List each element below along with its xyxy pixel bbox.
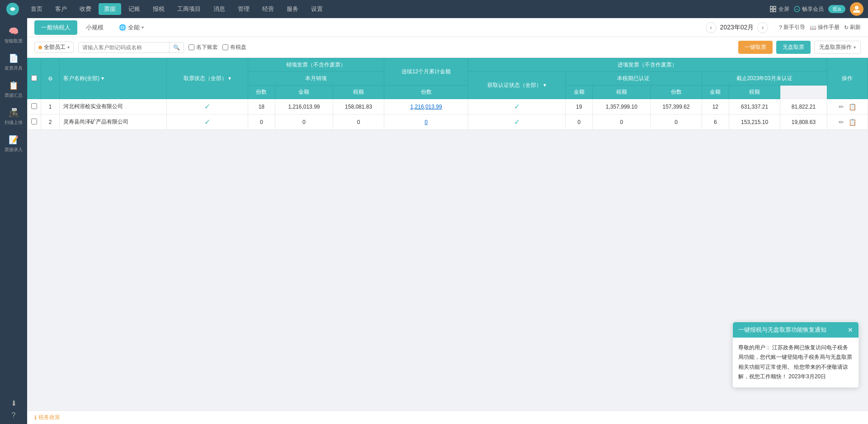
nav-settings[interactable]: 设置 xyxy=(306,3,328,15)
row-u-amount-1: 153,215.10 xyxy=(729,114,780,130)
nav-invoice[interactable]: 票据 xyxy=(99,3,121,15)
th-ops: 操作 xyxy=(827,58,868,99)
row-s-12m-1[interactable]: 0 xyxy=(384,114,468,130)
th-p-tax: 税额 xyxy=(593,86,651,99)
checkbox-taxdisk-input[interactable] xyxy=(222,44,228,50)
user-avatar[interactable] xyxy=(850,2,863,16)
wupan-ops-arrow: ▾ xyxy=(854,45,856,50)
sidebar-bottom: ⬇ ? xyxy=(11,399,17,419)
checkbox-account-input[interactable] xyxy=(189,44,194,50)
row-edit-icon-1[interactable]: ✏ xyxy=(839,119,844,126)
row-edit-icon-0[interactable]: ✏ xyxy=(839,103,844,110)
sidebar-label-invoice-summary: 票据汇总 xyxy=(5,92,23,99)
yijian-quepiao-btn[interactable]: 一键取票 xyxy=(738,41,773,54)
member-btn[interactable]: 畅享会员 xyxy=(794,5,824,13)
row-status-0: ✓ xyxy=(166,99,248,114)
search-button[interactable]: 🔍 xyxy=(169,43,184,52)
new-guide-btn[interactable]: ? 新手引导 xyxy=(779,24,805,31)
nav-operation[interactable]: 经营 xyxy=(257,3,279,15)
nav-manage[interactable]: 管理 xyxy=(232,3,255,15)
employee-select[interactable]: 全部员工 ▾ xyxy=(34,42,74,53)
month-prev-btn[interactable]: ‹ xyxy=(706,22,717,33)
row-s-tax-1: 0 xyxy=(333,114,384,130)
nav-bookkeeping[interactable]: 记账 xyxy=(123,3,146,15)
row-customer-0[interactable]: 河北柯溶桧实业有限公司 xyxy=(60,99,167,114)
row-detail-icon-0[interactable]: 📋 xyxy=(849,103,856,110)
row-s-12m-0[interactable]: 1,216,013.99 xyxy=(384,99,468,114)
tab-all[interactable]: 🌐 全能 ▾ xyxy=(112,20,151,35)
sidebar-item-smart-ticket[interactable]: 🧠 智能取票 xyxy=(1,23,26,48)
popup-close-btn[interactable]: ✕ xyxy=(848,326,853,333)
nav-home[interactable]: 首页 xyxy=(25,3,48,15)
month-nav: ‹ 2023年02月 › xyxy=(706,22,769,33)
invoice-entry-icon: 📝 xyxy=(9,135,19,145)
nav-customer[interactable]: 客户 xyxy=(50,3,72,15)
month-next-btn[interactable]: › xyxy=(757,22,768,33)
sidebar-label-scan-upload: 扫描上传 xyxy=(5,119,23,126)
tab-bar: 一般纳税人 小规模 🌐 全能 ▾ ‹ 2023年02月 › ? 新手引导 📖 操 xyxy=(27,18,868,37)
row-idx-0: 1 xyxy=(41,99,60,114)
nav-tax[interactable]: 报税 xyxy=(147,3,170,15)
sidebar-item-scan-upload[interactable]: 📠 扫描上传 xyxy=(1,104,26,129)
th-status: 取票状态（全部） ▾ xyxy=(166,58,248,99)
th-s-tax: 税额 xyxy=(333,86,384,99)
nav-service[interactable]: 服务 xyxy=(281,3,304,15)
search-box: 🔍 xyxy=(78,42,184,53)
row-checkbox-1[interactable] xyxy=(28,114,41,130)
nav-business[interactable]: 工商项目 xyxy=(172,3,206,15)
th-u-tax: 税额 xyxy=(729,86,780,99)
manual-btn[interactable]: 📖 操作手册 xyxy=(810,24,840,31)
row-customer-1[interactable]: 灵寿县尚泽矿产品有限公司 xyxy=(60,114,167,130)
th-auth-filter[interactable]: ▾ xyxy=(543,82,546,88)
th-status-filter[interactable]: ▾ xyxy=(228,75,231,81)
select-all-checkbox[interactable] xyxy=(31,75,37,81)
checkbox-account[interactable]: 名下账套 xyxy=(189,43,218,51)
row-u-tax-0: 81,822.21 xyxy=(780,99,827,114)
checkbox-taxdisk-label: 有税盘 xyxy=(230,43,246,51)
th-settings: ⚙ xyxy=(41,58,60,99)
row-p-amount-1: 0 xyxy=(593,114,651,130)
sidebar: 🧠 智能取票 📄 发票开具 📋 票据汇总 📠 扫描上传 📝 票据录入 ⬇ ? xyxy=(0,18,27,424)
sidebar-download-icon[interactable]: ⬇ xyxy=(11,399,17,408)
tea-button[interactable]: tEa xyxy=(828,5,845,13)
th-auth-status: 获取认证状态（全部） ▾ xyxy=(468,72,565,99)
table-container: ⚙ 客户名称(全部) ▾ 取票状态（全部） ▾ 销项发票（不含作废票） 连续12… xyxy=(27,58,868,130)
nav-message[interactable]: 消息 xyxy=(208,3,231,15)
tab-general-taxpayer[interactable]: 一般纳税人 xyxy=(34,20,77,35)
status-text[interactable]: 税务政策 xyxy=(38,414,60,421)
row-detail-icon-1[interactable]: 📋 xyxy=(849,119,856,126)
search-input[interactable] xyxy=(79,43,169,52)
nav-fee[interactable]: 收费 xyxy=(74,3,97,15)
sidebar-label-smart-ticket: 智能取票 xyxy=(5,38,23,44)
fullscreen-btn[interactable]: 全屏 xyxy=(770,5,789,13)
row-auth-status-0: ✓ xyxy=(468,99,565,114)
sidebar-item-invoice-open[interactable]: 📄 发票开具 xyxy=(1,50,26,75)
th-s-count: 份数 xyxy=(248,86,275,99)
fullscreen-label: 全屏 xyxy=(778,6,789,12)
refresh-icon: ↻ xyxy=(844,24,849,31)
th-purchase-period: 本税期已认证 xyxy=(566,72,702,86)
row-p-tax-0: 157,399.62 xyxy=(651,99,702,114)
sidebar-label-invoice-entry: 票据录入 xyxy=(5,147,23,153)
manual-icon: 📖 xyxy=(810,24,816,31)
sidebar-help-icon[interactable]: ? xyxy=(12,411,16,419)
scan-upload-icon: 📠 xyxy=(9,108,19,118)
refresh-btn[interactable]: ↻ 刷新 xyxy=(844,24,861,31)
tab-small-scale[interactable]: 小规模 xyxy=(79,20,110,35)
row-u-count-0: 12 xyxy=(702,99,729,114)
wupan-ops-btn[interactable]: 无盘取票操作 ▾ xyxy=(814,41,861,54)
manual-label: 操作手册 xyxy=(818,24,840,31)
th-customer-filter[interactable]: ▾ xyxy=(101,75,104,81)
wupan-quepiao-btn[interactable]: 无盘取票 xyxy=(776,41,811,54)
sidebar-item-invoice-summary[interactable]: 📋 票据汇总 xyxy=(1,77,26,102)
refresh-label: 刷新 xyxy=(850,24,861,31)
row-checkbox-0[interactable] xyxy=(28,99,41,114)
row-status-1: ✓ xyxy=(166,114,248,130)
sidebar-item-invoice-entry[interactable]: 📝 票据录入 xyxy=(1,131,26,157)
nav-items: 首页 客户 收费 票据 记账 报税 工商项目 消息 管理 经营 服务 设置 xyxy=(25,3,770,15)
row-action-0: ✏ 📋 xyxy=(827,99,868,114)
svg-rect-3 xyxy=(770,10,773,12)
table-row: 1 河北柯溶桧实业有限公司 ✓ 18 1,216,013.99 158,081.… xyxy=(28,99,868,114)
invoice-open-icon: 📄 xyxy=(9,53,19,63)
checkbox-taxdisk[interactable]: 有税盘 xyxy=(222,43,246,51)
